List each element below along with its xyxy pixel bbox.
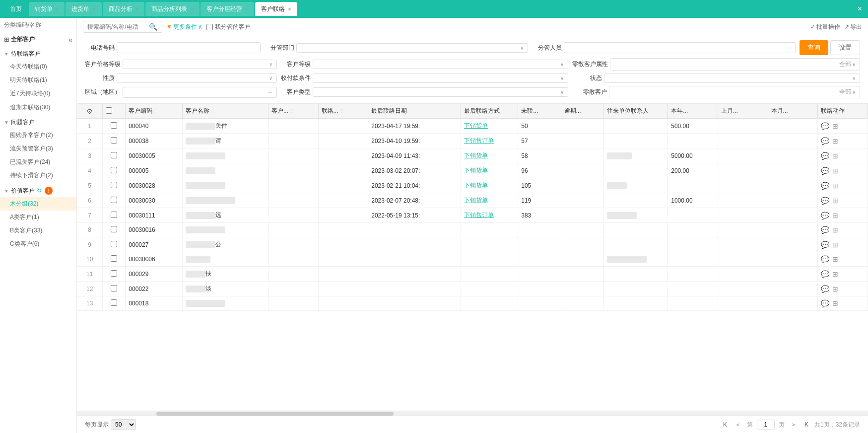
manager-select[interactable]: ··· [564, 42, 796, 53]
contact-method-link[interactable]: 下销货单 [464, 197, 488, 204]
message-action-icon[interactable]: 💬 [821, 137, 829, 145]
close-product-analysis-icon[interactable]: × [135, 6, 138, 12]
row-checkbox[interactable] [111, 137, 117, 144]
tab-product-analysis[interactable]: 商品分析 × [103, 2, 144, 16]
per-page-select[interactable]: 50 100 200 [111, 419, 136, 430]
sidebar-item-class-b[interactable]: B类客户(33) [0, 224, 76, 237]
select-all-col[interactable] [103, 104, 126, 119]
sidebar-item-churned[interactable]: 已流失客户(24) [0, 155, 76, 169]
message-action-icon[interactable]: 💬 [821, 182, 829, 190]
next-page-btn[interactable]: ＞ [789, 420, 799, 430]
row-checkbox-cell[interactable] [103, 267, 126, 282]
sidebar-item-7day-pending[interactable]: 近7天待联络(0) [0, 87, 76, 100]
message-action-icon[interactable]: 💬 [821, 122, 829, 130]
more-action-icon[interactable]: ⊞ [832, 241, 838, 249]
close-all-tabs-icon[interactable]: × [856, 2, 864, 15]
tab-product-list[interactable]: 商品分析列表 × [145, 2, 199, 16]
reset-btn[interactable]: 设置 [830, 40, 860, 55]
message-action-icon[interactable]: 💬 [821, 299, 829, 307]
row-checkbox[interactable] [111, 197, 117, 203]
more-action-icon[interactable]: ⊞ [832, 122, 838, 130]
filter-search-input[interactable] [87, 23, 147, 30]
close-product-list-icon[interactable]: × [190, 6, 193, 12]
sidebar-item-class-c[interactable]: C类客户(6) [0, 237, 76, 251]
row-checkbox-cell[interactable] [103, 119, 126, 134]
row-checkbox[interactable] [111, 167, 117, 173]
settings-col-header[interactable]: ⚙ [77, 104, 103, 119]
more-action-icon[interactable]: ⊞ [832, 137, 838, 145]
horizontal-scrollbar[interactable] [77, 411, 868, 416]
more-action-icon[interactable]: ⊞ [832, 299, 838, 307]
row-checkbox[interactable] [111, 226, 117, 232]
row-checkbox-cell[interactable] [103, 178, 126, 193]
more-action-icon[interactable]: ⊞ [832, 152, 838, 160]
row-checkbox[interactable] [111, 299, 117, 306]
tab-purchase[interactable]: 进货单 × [66, 2, 101, 16]
retail-customer-select[interactable]: 全部 ∨ [609, 86, 860, 98]
payment-select[interactable]: ∨ [313, 73, 569, 83]
collapse-sidebar-icon[interactable]: « [68, 36, 72, 44]
message-action-icon[interactable]: 💬 [821, 226, 829, 234]
nature-select[interactable]: ∨ [117, 73, 277, 83]
page-number-input[interactable] [757, 420, 775, 430]
batch-op-btn[interactable]: ✓ 批量操作 [810, 23, 840, 31]
row-checkbox-cell[interactable] [103, 296, 126, 311]
row-checkbox-cell[interactable] [103, 208, 126, 223]
row-checkbox[interactable] [111, 270, 117, 277]
row-checkbox-cell[interactable] [103, 282, 126, 296]
more-conditions-btn[interactable]: ▼ 更多条件 ∧ [166, 23, 202, 31]
tab-sales[interactable]: 销货单 × [29, 2, 65, 16]
row-checkbox-cell[interactable] [103, 163, 126, 178]
customer-level-select[interactable]: ∨ [313, 60, 569, 69]
more-action-icon[interactable]: ⊞ [832, 167, 838, 175]
row-checkbox-cell[interactable] [103, 193, 126, 208]
close-customer-segment-icon[interactable]: × [245, 6, 248, 12]
more-action-icon[interactable]: ⊞ [832, 226, 838, 234]
filter-search-icon[interactable]: 🔍 [149, 23, 157, 31]
row-checkbox[interactable] [111, 152, 117, 158]
tab-customer-segment[interactable]: 客户分层经营 × [200, 2, 254, 16]
my-customers-checkbox[interactable] [206, 24, 213, 30]
status-select[interactable]: ∨ [604, 73, 860, 83]
more-action-icon[interactable]: ⊞ [832, 285, 838, 293]
sidebar-item-churn-warning[interactable]: 流失预警客户(3) [0, 142, 76, 155]
region-select[interactable]: ··· [123, 87, 277, 98]
export-btn[interactable]: ↗ 导出 [844, 23, 862, 31]
row-checkbox[interactable] [111, 182, 117, 188]
sidebar-item-no-group[interactable]: 木分组(32) [0, 197, 76, 211]
sidebar-all-customers[interactable]: ⊞ 全部客户 « [0, 32, 76, 47]
customer-type-select[interactable]: ∨ [313, 87, 569, 97]
tab-customer-contact[interactable]: 客户联络 × [255, 2, 297, 16]
row-checkbox-cell[interactable] [103, 252, 126, 267]
message-action-icon[interactable]: 💬 [821, 167, 829, 175]
sidebar-item-declining[interactable]: 持续下滑客户(2) [0, 169, 76, 182]
problem-group-title[interactable]: ▼ 问题客户 [0, 116, 76, 129]
message-action-icon[interactable]: 💬 [821, 285, 829, 293]
more-action-icon[interactable]: ⊞ [832, 197, 838, 205]
row-checkbox-cell[interactable] [103, 134, 126, 148]
sidebar-item-hoard-anomaly[interactable]: 囤购异常客户(2) [0, 129, 76, 142]
message-action-icon[interactable]: 💬 [821, 255, 829, 263]
row-checkbox-cell[interactable] [103, 223, 126, 237]
row-checkbox[interactable] [111, 122, 117, 129]
more-action-icon[interactable]: ⊞ [832, 212, 838, 219]
close-purchase-icon[interactable]: × [92, 6, 95, 12]
value-refresh-icon[interactable]: ↻ [37, 187, 42, 194]
message-action-icon[interactable]: 💬 [821, 152, 829, 160]
more-action-icon[interactable]: ⊞ [832, 270, 838, 278]
table-settings-icon[interactable]: ⚙ [86, 107, 93, 115]
dept-select[interactable]: ∨ [296, 43, 528, 53]
more-action-icon[interactable]: ⊞ [832, 182, 838, 190]
sidebar-item-tomorrow-pending[interactable]: 明天待联络(1) [0, 73, 76, 87]
row-checkbox-cell[interactable] [103, 148, 126, 163]
close-sales-icon[interactable]: × [56, 6, 59, 12]
contact-method-link[interactable]: 下销售订单 [464, 137, 494, 144]
row-checkbox[interactable] [111, 212, 117, 218]
row-checkbox[interactable] [111, 285, 117, 291]
row-checkbox[interactable] [111, 255, 117, 262]
price-level-select[interactable]: ∨ [123, 60, 277, 69]
last-page-btn[interactable]: K [802, 420, 810, 429]
more-action-icon[interactable]: ⊞ [832, 255, 838, 263]
close-customer-contact-icon[interactable]: × [288, 6, 291, 12]
value-group-title[interactable]: ▼ 价值客户 ↻ ! [0, 185, 76, 197]
